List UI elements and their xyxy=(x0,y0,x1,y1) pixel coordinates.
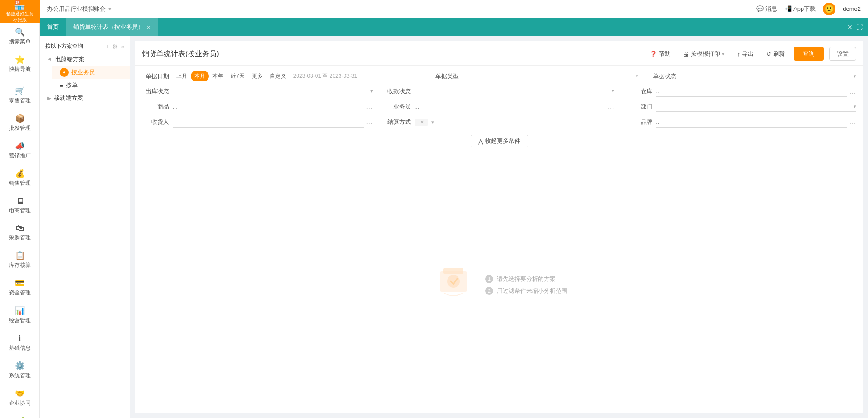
dept-control[interactable]: ▾ xyxy=(656,102,856,112)
goods-input[interactable] xyxy=(173,101,364,112)
doc-type-dropdown[interactable]: ▾ xyxy=(462,71,639,81)
date-btn-more[interactable]: 更多 xyxy=(248,71,266,81)
dept-arrow-icon: ▾ xyxy=(854,104,856,109)
tab-close-icon[interactable]: ✕ xyxy=(146,24,151,30)
collapse-btn[interactable]: ⋀ 收起更多条件 xyxy=(471,135,528,147)
tree-node-by-staff[interactable]: ● 按业务员 xyxy=(52,66,130,79)
sidebar-item-wholesale[interactable]: 📦 批发管理 xyxy=(0,109,40,137)
sidebar-item-search-label: 搜索菜单 xyxy=(9,38,31,46)
message-icon: 💬 xyxy=(756,5,764,12)
filter-row-3: 商品 … 业务员 … 部门 xyxy=(142,101,856,112)
tree-node-by-order[interactable]: ≡ 按单 xyxy=(52,79,130,92)
date-btn-lastmonth[interactable]: 上月 xyxy=(173,71,191,81)
filter-goods: 商品 … xyxy=(142,101,373,112)
staff-dots-icon[interactable]: … xyxy=(607,103,614,111)
tab-home[interactable]: 首页 xyxy=(40,18,66,36)
receipt-status-control[interactable]: ▾ xyxy=(415,86,615,96)
sidebar-item-wholesale-label: 批发管理 xyxy=(9,124,31,132)
brand-control[interactable]: … xyxy=(656,117,856,128)
print-btn[interactable]: 🖨 按模板打印 ▾ xyxy=(679,48,728,60)
export-label: 导出 xyxy=(742,50,754,58)
tab-close-window-icon[interactable]: ✕ xyxy=(847,24,853,31)
staff-control[interactable]: … xyxy=(415,101,615,112)
settings-btn[interactable]: 设置 xyxy=(829,47,856,61)
dept-dropdown[interactable]: ▾ xyxy=(656,102,856,112)
warehouse-control[interactable]: … xyxy=(656,86,856,97)
topbar-dropdown-icon[interactable]: ▾ xyxy=(108,5,112,12)
sidebar-item-purchase[interactable]: 🛍 采购管理 xyxy=(0,219,40,246)
tree-mobile-scheme[interactable]: ▶ 移动端方案 xyxy=(40,92,130,104)
doc-status-dropdown[interactable]: ▾ xyxy=(680,71,856,81)
empty-hint-2-text: 用过滤条件来缩小分析范围 xyxy=(497,287,567,295)
date-btn-thismonth[interactable]: 本月 xyxy=(191,71,209,81)
sidebar-item-finance[interactable]: 💳 资金管理 xyxy=(0,274,40,301)
topbar-title: 办公用品行业模拟账套 ▾ xyxy=(47,5,751,13)
sidebar-item-retail-label: 零售管理 xyxy=(9,97,31,104)
out-status-control[interactable]: ▾ xyxy=(173,86,373,96)
sidebar-item-system[interactable]: ⚙️ 系统管理 xyxy=(0,356,40,384)
tree-pc-scheme[interactable]: ▼ 电脑端方案 xyxy=(40,53,130,66)
sidebar-logo[interactable]: 🏪 畅捷通好生意 标账版 xyxy=(0,0,40,23)
sidebar-item-sales[interactable]: 💰 销售管理 xyxy=(0,164,40,192)
sidebar-item-newuser[interactable]: 🌱 新手引导 xyxy=(0,412,40,418)
edit-scheme-btn[interactable]: ⚙ xyxy=(112,43,118,50)
dept-label: 部门 xyxy=(625,103,652,111)
help-btn[interactable]: ❓ 帮助 xyxy=(646,48,674,60)
staff-input[interactable] xyxy=(415,101,606,112)
date-btn-7days[interactable]: 近7天 xyxy=(227,71,248,81)
sidebar-item-search[interactable]: 🔍 搜索菜单 xyxy=(0,23,40,50)
collapse-btn-label: 收起更多条件 xyxy=(485,137,520,145)
sidebar-item-retail[interactable]: 🛒 零售管理 xyxy=(0,81,40,109)
consignee-control[interactable]: … xyxy=(173,117,373,128)
warehouse-input[interactable] xyxy=(656,86,847,97)
settlement-arrow-icon[interactable]: ▾ xyxy=(431,119,434,125)
user-name[interactable]: demo2 xyxy=(843,5,861,12)
query-btn[interactable]: 查询 xyxy=(794,47,824,61)
app-download-icon: 📲 xyxy=(784,5,792,12)
date-btn-custom[interactable]: 自定义 xyxy=(266,71,290,81)
brand-dots-icon[interactable]: … xyxy=(849,118,856,126)
message-btn[interactable]: 💬 消息 xyxy=(756,5,777,13)
doc-status-control[interactable]: ▾ xyxy=(680,71,856,81)
logo-text: 畅捷通好生意 标账版 xyxy=(6,11,33,23)
message-label: 消息 xyxy=(765,5,777,13)
settlement-tag-close-icon[interactable]: ✕ xyxy=(420,119,424,125)
cooperation-icon: 🤝 xyxy=(15,389,25,399)
page-actions: ❓ 帮助 🖨 按模板打印 ▾ ↑ 导出 ↺ 刷新 xyxy=(646,47,857,61)
brand-input[interactable] xyxy=(656,117,847,128)
tab-sales-stat[interactable]: 销货单统计表（按业务员） ✕ xyxy=(66,18,158,36)
user-avatar[interactable]: 🙂 xyxy=(823,3,835,15)
receipt-status-dropdown[interactable]: ▾ xyxy=(415,86,615,96)
print-icon: 🖨 xyxy=(683,51,689,57)
sidebar-item-purchase-label: 采购管理 xyxy=(9,234,31,242)
date-btn-thisyear[interactable]: 本年 xyxy=(209,71,227,81)
out-status-dropdown[interactable]: ▾ xyxy=(173,86,373,96)
consignee-input[interactable] xyxy=(173,117,364,128)
retail-icon: 🛒 xyxy=(15,86,25,96)
sidebar-item-basic-label: 基础信息 xyxy=(9,344,31,352)
sidebar-item-cooperation[interactable]: 🤝 企业协同 xyxy=(0,384,40,412)
export-btn[interactable]: ↑ 导出 xyxy=(734,48,758,60)
goods-control[interactable]: … xyxy=(173,101,373,112)
sidebar-item-ecommerce[interactable]: 🖥 电商管理 xyxy=(0,192,40,219)
doc-status-arrow-icon: ▾ xyxy=(854,73,856,79)
consignee-dots-icon[interactable]: … xyxy=(366,118,373,126)
tab-maximize-icon[interactable]: ⛶ xyxy=(856,24,863,31)
sidebar-item-marketing[interactable]: 📣 营销推广 xyxy=(0,137,40,164)
collapse-panel-btn[interactable]: « xyxy=(121,43,124,50)
content-area: 按以下方案查询 + ⚙ « ▼ 电脑端方案 ● 按业务员 xyxy=(40,36,868,418)
sidebar-item-inventory[interactable]: 📋 库存核算 xyxy=(0,246,40,274)
filter-receipt-status: 收款状态 ▾ xyxy=(384,86,615,96)
settlement-tag: ✕ xyxy=(415,119,428,126)
hint-num-1: 1 xyxy=(485,275,493,283)
warehouse-dots-icon[interactable]: … xyxy=(849,87,856,95)
refresh-btn[interactable]: ↺ 刷新 xyxy=(763,48,788,60)
add-scheme-btn[interactable]: + xyxy=(106,43,109,50)
print-label: 按模板打印 xyxy=(691,50,720,58)
app-download-btn[interactable]: 📲 App下载 xyxy=(784,5,816,13)
sidebar-item-operations[interactable]: 📊 经营管理 xyxy=(0,301,40,329)
doc-type-control[interactable]: ▾ xyxy=(462,71,639,81)
sidebar-item-quicknav[interactable]: ⭐ 快捷导航 xyxy=(0,50,40,78)
goods-dots-icon[interactable]: … xyxy=(366,103,373,111)
sidebar-item-basic[interactable]: ℹ 基础信息 xyxy=(0,329,40,356)
